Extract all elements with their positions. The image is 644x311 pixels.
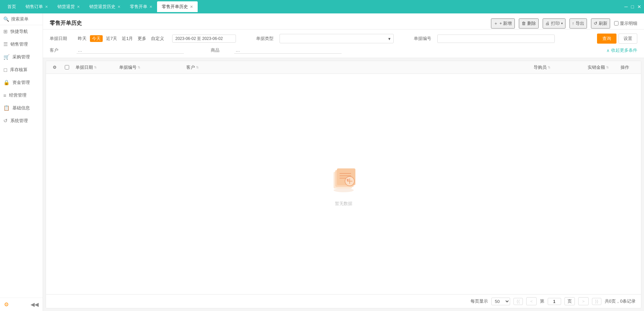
select-all-checkbox[interactable]: [65, 65, 69, 69]
type-dropdown-icon: ▾: [388, 36, 391, 41]
th-no[interactable]: 单据编号 ⇅: [116, 64, 184, 70]
sidebar-item-operations[interactable]: ≡ 经营管理: [0, 89, 43, 102]
goods-label: 商品: [211, 47, 231, 53]
collapse-button[interactable]: ∧ 收起更多条件: [606, 47, 637, 53]
filter-bar: 单据日期 昨天 今天 近7天 近1月 更多 自定义 单据类型 ▾: [43, 30, 644, 58]
sidebar-item-sales-mgmt[interactable]: ☰ 销售管理: [0, 38, 43, 51]
add-button[interactable]: ＋ + 新增: [491, 18, 514, 29]
tab-close-sales-return-history[interactable]: ✕: [117, 5, 120, 9]
shortcut-today[interactable]: 今天: [90, 35, 103, 42]
current-page-input[interactable]: [548, 298, 561, 305]
delete-button[interactable]: 🗑 删除: [519, 18, 539, 29]
tab-sales-return[interactable]: 销货退货 ✕: [53, 1, 85, 12]
customer-input[interactable]: [77, 47, 184, 54]
last-page-button[interactable]: ⟩⟩: [592, 298, 601, 305]
page-label-before: 第: [540, 298, 544, 304]
tab-retail-history[interactable]: 零售开单历史 ✕: [157, 1, 198, 12]
content-area: 零售开单历史 ＋ + 新增 🗑 删除 🖨 打印 ▾ ↑ 导出: [43, 13, 644, 311]
display-detail-checkbox[interactable]: 显示明细: [614, 20, 637, 27]
shortcut-more[interactable]: 更多: [136, 35, 148, 42]
th-customer[interactable]: 客户 ⇅: [184, 64, 531, 70]
svg-point-10: [347, 179, 349, 181]
sidebar-bottom: ⚙ ◀◀: [0, 298, 43, 311]
export-button[interactable]: ↑ 导出: [569, 18, 587, 29]
page-title: 零售开单历史: [50, 20, 82, 27]
th-date[interactable]: 单据日期 ⇅: [73, 64, 116, 70]
page-label: 页: [564, 297, 575, 305]
customer-label: 客户: [50, 47, 70, 53]
empty-text: 暂无数据: [335, 201, 352, 207]
sidebar-item-finance[interactable]: 🔒 资金管理: [0, 76, 43, 89]
type-value: [283, 36, 287, 42]
tab-sales-return-history[interactable]: 销货退货历史 ✕: [85, 1, 125, 12]
sidebar-search[interactable]: 🔍 搜索菜单: [0, 13, 43, 25]
window-controls: ─ □ ✕: [625, 4, 641, 9]
svg-point-0: [334, 188, 354, 192]
tab-home[interactable]: 首页: [3, 1, 21, 12]
sort-customer-icon: ⇅: [196, 65, 199, 69]
no-label: 单据编号: [414, 36, 434, 42]
tab-close-sales-return[interactable]: ✕: [77, 5, 80, 9]
filter-row-2: 客户 商品 ∧ 收起更多条件: [50, 47, 637, 54]
th-amount[interactable]: 实销金额 ⇅: [571, 64, 611, 70]
tab-sales-order[interactable]: 销售订单 ✕: [21, 1, 53, 12]
settings-button[interactable]: 设置: [618, 34, 637, 44]
type-label: 单据类型: [256, 36, 276, 42]
table-footer: 每页显示 50 10 20 100 ⟨⟨ ＜ 第 页 ＞ ⟩⟩ 共0页，0条记录: [46, 294, 641, 308]
minimize-icon[interactable]: ─: [625, 4, 628, 9]
add-icon: ＋: [494, 20, 498, 27]
operations-icon: ≡: [3, 93, 6, 98]
finance-icon: 🔒: [3, 80, 10, 86]
sort-guide-icon: ⇅: [548, 65, 550, 69]
shortcut-custom[interactable]: 自定义: [150, 35, 165, 42]
search-icon: 🔍: [3, 16, 9, 22]
shortcut-7days[interactable]: 近7天: [105, 35, 118, 42]
tab-close-retail-history[interactable]: ✕: [190, 5, 193, 9]
tab-retail-open[interactable]: 零售开单 ✕: [125, 1, 157, 12]
next-page-button[interactable]: ＞: [578, 297, 589, 305]
sidebar-collapse-icon[interactable]: ◀◀: [31, 301, 39, 308]
prev-page-button[interactable]: ＜: [526, 297, 537, 305]
sidebar-item-sys-mgmt[interactable]: ↺ 系统管理: [0, 114, 43, 127]
shortcut-1month[interactable]: 近1月: [120, 35, 134, 42]
sys-mgmt-icon: ↺: [3, 118, 8, 124]
delete-icon: 🗑: [522, 21, 526, 26]
print-button[interactable]: 🖨 打印 ▾: [543, 18, 565, 29]
quick-nav-icon: ⊞: [3, 29, 8, 35]
print-dropdown-icon: ▾: [561, 21, 563, 25]
empty-illustration: [327, 162, 360, 195]
sidebar-item-purchase-mgmt[interactable]: 🛒 采购管理: [0, 51, 43, 63]
toolbar: ＋ + 新增 🗑 删除 🖨 打印 ▾ ↑ 导出 ↺: [491, 18, 637, 29]
date-range-input[interactable]: [172, 35, 236, 43]
page-header: 零售开单历史 ＋ + 新增 🗑 删除 🖨 打印 ▾ ↑ 导出: [43, 13, 644, 30]
sidebar-item-base-info[interactable]: 📋 基础信息: [0, 102, 43, 114]
print-icon: 🖨: [545, 21, 550, 26]
refresh-button[interactable]: ↺ 刷新: [591, 18, 610, 29]
th-guide[interactable]: 导购员 ⇅: [531, 64, 571, 70]
sidebar-settings-icon[interactable]: ⚙: [4, 301, 9, 308]
sidebar-item-inventory[interactable]: ◻ 库存核算: [0, 63, 43, 76]
search-button[interactable]: 查询: [597, 34, 616, 44]
page-size-select[interactable]: 50 10 20 100: [491, 298, 510, 305]
type-select[interactable]: ▾: [280, 34, 394, 43]
filter-row-1: 单据日期 昨天 今天 近7天 近1月 更多 自定义 单据类型 ▾: [50, 34, 637, 44]
tab-bar: 首页 销售订单 ✕ 销货退货 ✕ 销货退货历史 ✕ 零售开单 ✕ 零售开单历史 …: [0, 0, 644, 13]
first-page-button[interactable]: ⟨⟨: [513, 298, 523, 305]
display-detail-input[interactable]: [614, 21, 618, 25]
th-setting[interactable]: ⚙: [49, 65, 61, 70]
no-input[interactable]: [437, 35, 555, 43]
tab-close-sales-order[interactable]: ✕: [45, 5, 48, 9]
date-shortcuts: 昨天 今天 近7天 近1月 更多 自定义: [77, 35, 165, 42]
th-check[interactable]: [61, 65, 73, 69]
page-size-label: 每页显示: [470, 298, 488, 304]
total-info: 共0页，0条记录: [605, 298, 636, 304]
tab-close-retail-open[interactable]: ✕: [149, 5, 152, 9]
shortcut-yesterday[interactable]: 昨天: [77, 35, 88, 42]
close-window-icon[interactable]: ✕: [637, 4, 641, 9]
sort-amount-icon: ⇅: [606, 65, 609, 69]
maximize-icon[interactable]: □: [631, 4, 634, 9]
sidebar-item-quick-nav[interactable]: ⊞ 快捷导航: [0, 25, 43, 38]
goods-input[interactable]: [234, 47, 342, 54]
base-info-icon: 📋: [3, 105, 10, 111]
export-icon: ↑: [572, 21, 575, 26]
